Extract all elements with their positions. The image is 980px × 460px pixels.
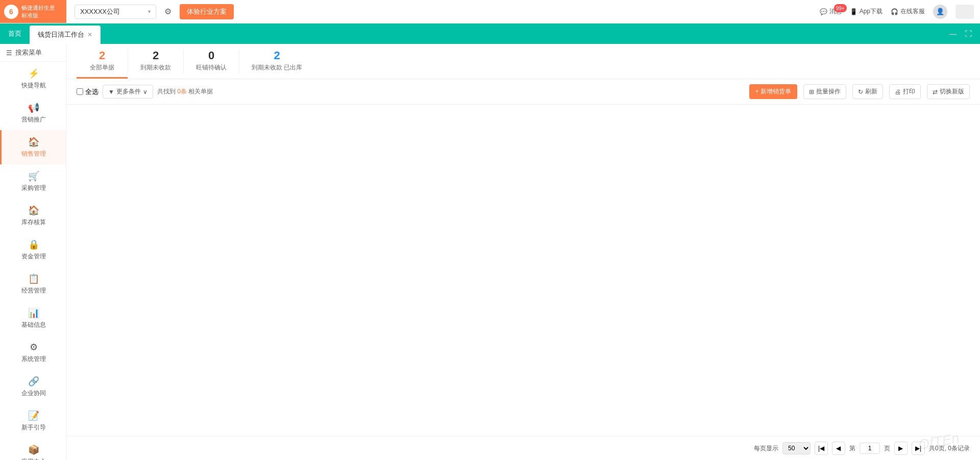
company-name: XXXXXX公司 (80, 7, 145, 16)
stat-tab-all[interactable]: 2 全部单据 (77, 44, 128, 79)
toolbar-right: + 新增销货单 ⊞ 批量操作 ↻ 刷新 🖨 打印 ⇄ 切换新版 (749, 84, 970, 99)
sidebar-item-guide[interactable]: 📝 新手引导 (0, 404, 66, 438)
search-menu-button[interactable]: ☰ 搜索菜单 (0, 44, 66, 62)
stat-desc-all: 全部单据 (90, 63, 114, 72)
message-button[interactable]: 💬 消息 99+ (820, 7, 842, 16)
quick-nav-icon: ⚡ (28, 68, 39, 79)
app-download-button[interactable]: 📱 App下载 (850, 7, 883, 16)
sidebar-item-enterprise[interactable]: 🔗 企业协同 (0, 370, 66, 404)
dropdown-arrow-icon: ▾ (148, 9, 151, 14)
stat-count-overdue: 2 (153, 49, 159, 62)
stat-count-all: 2 (99, 49, 105, 62)
stat-tab-out-stock[interactable]: 2 到期未收款 已出库 (239, 44, 314, 79)
refresh-button[interactable]: ↻ 刷新 (852, 84, 883, 99)
page-size-select[interactable]: 50 100 200 (782, 442, 811, 454)
tab-bar-actions: — ⛶ (947, 29, 980, 39)
guide-icon: 📝 (28, 410, 39, 421)
sidebar-item-system[interactable]: ⚙ 系统管理 (0, 335, 66, 370)
last-page-button[interactable]: ▶| (912, 442, 925, 455)
experience-button[interactable]: 体验行业方案 (180, 4, 234, 19)
logo-icon: 6 (4, 5, 18, 19)
tab-bar: 首页 钱货日清工作台 ✕ — ⛶ (0, 23, 980, 44)
pagination: 每页显示 50 100 200 |◀ ◀ 第 页 ▶ ▶| 共0页, 0条记录 (66, 436, 980, 460)
sidebar-item-sales[interactable]: 🏠 销售管理 (0, 130, 66, 164)
system-icon: ⚙ (30, 342, 38, 353)
select-all-input[interactable] (77, 88, 83, 95)
sidebar-item-inventory[interactable]: 🏠 库存核算 (0, 199, 66, 233)
switch-version-button[interactable]: ⇄ 切换新版 (927, 84, 970, 99)
header-right: 💬 消息 99+ 📱 App下载 🎧 在线客服 👤 (820, 5, 974, 19)
batch-icon: ⊞ (809, 88, 814, 95)
stats-tabs: 2 全部单据 2 到期未收款 0 旺铺待确认 2 到期未收款 已出库 (66, 44, 980, 79)
page-label: 第 (849, 444, 855, 453)
print-button[interactable]: 🖨 打印 (889, 84, 921, 99)
table-area (66, 105, 980, 436)
avatar[interactable]: 👤 (933, 5, 947, 19)
found-text: 共找到 0条 相关单据 (157, 87, 213, 96)
basic-info-icon: 📊 (28, 307, 39, 319)
page-label-suffix: 页 (884, 444, 890, 453)
filter-button[interactable]: ▼ 更多条件 ∨ (103, 85, 153, 99)
message-badge: 99+ (834, 4, 847, 12)
enterprise-icon: 🔗 (28, 376, 39, 387)
search-icon: ☰ (6, 49, 12, 57)
tab-close-icon[interactable]: ✕ (87, 31, 92, 38)
logo-area: 6 畅捷通好生意 标准版 (0, 0, 66, 23)
batch-operation-button[interactable]: ⊞ 批量操作 (803, 84, 846, 99)
total-text: 共0页, 0条记录 (929, 444, 970, 453)
stat-count-pending: 0 (208, 49, 214, 62)
next-page-button[interactable]: ▶ (894, 442, 908, 455)
sidebar-item-purchase[interactable]: 🛒 采购管理 (0, 164, 66, 199)
sidebar-item-finance[interactable]: 🔒 资金管理 (0, 233, 66, 267)
sales-icon: 🏠 (28, 136, 39, 148)
headset-icon: 🎧 (891, 8, 898, 15)
add-sale-button[interactable]: + 新增销货单 (749, 84, 797, 99)
inventory-icon: 🏠 (28, 205, 39, 216)
found-count: 0条 (177, 88, 187, 95)
toolbar: 全选 ▼ 更多条件 ∨ 共找到 0条 相关单据 + 新增销货单 ⊞ 批量操作 (66, 79, 980, 105)
sidebar-item-basic-info[interactable]: 📊 基础信息 (0, 301, 66, 335)
message-icon: 💬 (820, 8, 827, 15)
marketing-icon: 📢 (28, 102, 39, 113)
first-page-button[interactable]: |◀ (815, 442, 828, 455)
stat-desc-out-stock: 到期未收款 已出库 (252, 63, 302, 72)
tab-maximize-button[interactable]: ⛶ (963, 29, 974, 39)
sidebar-item-quick-nav[interactable]: ⚡ 快捷导航 (0, 62, 66, 96)
company-selector[interactable]: XXXXXX公司 ▾ (75, 5, 156, 19)
purchase-icon: 🛒 (28, 171, 39, 182)
settings-button[interactable]: ⚙ (160, 4, 176, 19)
operations-icon: 📋 (28, 273, 39, 284)
stat-tab-overdue[interactable]: 2 到期未收款 (128, 44, 183, 79)
user-name-display[interactable] (955, 5, 974, 19)
filter-icon: ▼ (108, 88, 114, 95)
tab-minimize-button[interactable]: — (947, 29, 959, 39)
page-input[interactable] (860, 443, 880, 454)
tab-work[interactable]: 钱货日清工作台 ✕ (30, 26, 101, 44)
page-size-label: 每页显示 (754, 444, 778, 453)
sidebar-item-marketing[interactable]: 📢 营销推广 (0, 96, 66, 130)
stat-desc-overdue: 到期未收款 (140, 63, 171, 72)
refresh-icon: ↻ (858, 88, 863, 95)
switch-icon: ⇄ (933, 88, 938, 95)
prev-page-button[interactable]: ◀ (832, 442, 845, 455)
main-layout: ☰ 搜索菜单 ⚡ 快捷导航 📢 营销推广 🏠 销售管理 🛒 采购管理 🏠 库存核… (0, 44, 980, 460)
print-icon: 🖨 (895, 88, 901, 95)
online-service-button[interactable]: 🎧 在线客服 (891, 7, 925, 16)
filter-dropdown-icon: ∨ (143, 88, 148, 95)
content-area: 2 全部单据 2 到期未收款 0 旺铺待确认 2 到期未收款 已出库 (66, 44, 980, 460)
sidebar-item-app-center[interactable]: 📦 应用中心 (0, 438, 66, 460)
logo-text: 畅捷通好生意 标准版 (21, 4, 55, 19)
finance-icon: 🔒 (28, 239, 39, 250)
sidebar-item-operations[interactable]: 📋 经营管理 (0, 267, 66, 301)
user-icon: 👤 (936, 8, 944, 15)
stat-tab-pending[interactable]: 0 旺铺待确认 (184, 44, 239, 79)
app-center-icon: 📦 (28, 444, 39, 455)
stat-desc-pending: 旺铺待确认 (196, 63, 227, 72)
toolbar-left: 全选 ▼ 更多条件 ∨ 共找到 0条 相关单据 (77, 85, 743, 99)
select-all-checkbox[interactable]: 全选 (77, 87, 99, 96)
top-header: 6 畅捷通好生意 标准版 XXXXXX公司 ▾ ⚙ 体验行业方案 💬 消息 99… (0, 0, 980, 23)
sidebar: ☰ 搜索菜单 ⚡ 快捷导航 📢 营销推广 🏠 销售管理 🛒 采购管理 🏠 库存核… (0, 44, 66, 460)
stat-count-out-stock: 2 (274, 49, 280, 62)
download-icon: 📱 (850, 8, 857, 15)
tab-home[interactable]: 首页 (0, 23, 30, 44)
